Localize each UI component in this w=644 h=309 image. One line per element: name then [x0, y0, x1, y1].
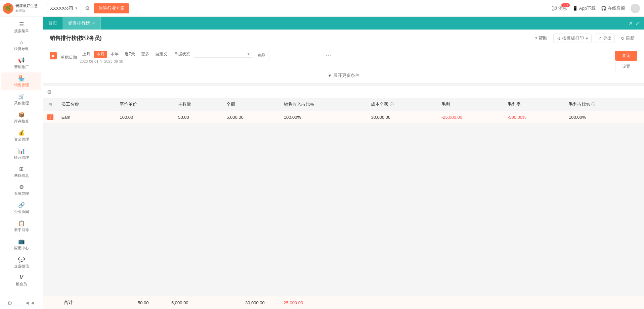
finance-icon: 💰 — [18, 130, 25, 136]
online-support-item[interactable]: 🎧 在线客服 — [601, 5, 625, 11]
settings-footer-icon[interactable]: ⚙ — [7, 300, 12, 306]
table-container: ⚙ ⊞ 员工名称 平均单价 主数量 全额 销售收入占比% 成本全额 ⓘ 毛利 — [43, 86, 644, 123]
sidebar-item-system[interactable]: ⚙ 系统管理 — [1, 181, 41, 199]
newguide-icon: 📋 — [18, 220, 25, 226]
settings-small-button[interactable]: 设置 — [615, 62, 637, 71]
message-badge: 99+ — [561, 3, 570, 7]
goods-more-icon[interactable]: ··· — [326, 52, 332, 58]
table-head: ⊞ 员工名称 平均单价 主数量 全额 销售收入占比% 成本全额 ⓘ 毛利 毛利率… — [43, 98, 644, 111]
sidebar-item-member[interactable]: V 畅会员 — [1, 272, 41, 289]
sidebar-logo: 🌿 畅康通好生意 标准版 — [0, 0, 43, 17]
basics-icon: ⊞ — [19, 166, 24, 172]
tab-close-btn[interactable]: ✕ — [629, 20, 633, 27]
tab-sales-rank[interactable]: 销售排行榜 ✕ — [63, 17, 101, 30]
sidebar-item-marketing[interactable]: 📢 营销推广 — [1, 54, 41, 72]
date-tab-7days[interactable]: 近7天 — [122, 51, 138, 58]
print-label: 按模板打印 — [562, 35, 584, 41]
date-tab-custom[interactable]: 自定义 — [153, 51, 170, 58]
collapse-filter-icon[interactable]: ▶ — [50, 52, 57, 59]
query-button[interactable]: 查询 — [615, 51, 637, 61]
date-filter-label: 单据日期 — [61, 55, 77, 60]
tab-bar-right: ✕ ⤢ — [629, 20, 644, 27]
cell-name: Eam — [57, 111, 116, 123]
sidebar-item-appstore-label: 应用中心 — [14, 246, 29, 251]
avatar[interactable] — [631, 4, 640, 13]
message-item[interactable]: 💬 消息 99+ — [552, 5, 567, 11]
cell-sales-pct: 100.00% — [280, 111, 367, 123]
trial-button[interactable]: 体验行业方案 — [94, 3, 129, 13]
sidebar-item-member-label: 畅会员 — [16, 281, 27, 287]
purchase-icon: 🛒 — [18, 93, 25, 100]
sidebar-item-wechat[interactable]: 💬 企业微信 — [1, 254, 41, 271]
status-select[interactable]: ▼ — [193, 51, 253, 58]
sidebar-item-finance[interactable]: 💰 资金管理 — [1, 127, 41, 145]
col-header-gross: 毛利 — [437, 98, 504, 111]
sidebar-item-purchase[interactable]: 🛒 采购管理 — [1, 91, 41, 108]
col-header-avg-price: 平均单价 — [116, 98, 174, 111]
refresh-icon: ↻ — [621, 36, 625, 41]
cell-gross: -25,000.00 — [437, 111, 504, 123]
sidebar-item-quicknav[interactable]: ⌂ 快捷导航 — [1, 37, 41, 54]
cell-gross-pct: 100.00% — [565, 111, 644, 123]
date-tab-last-month[interactable]: 上月 — [80, 51, 93, 58]
status-filter-item: 单据状态 ▼ — [174, 51, 253, 58]
header-right: 💬 消息 99+ 📱 App下载 🎧 在线客服 — [552, 4, 640, 13]
export-icon: ↗ — [598, 36, 602, 41]
sidebar-item-search-label: 搜索菜单 — [14, 29, 29, 34]
date-tab-more[interactable]: 更多 — [138, 51, 152, 58]
sidebar-item-search[interactable]: ☰ 搜索菜单 — [1, 18, 41, 36]
app-version: 标准版 — [15, 8, 38, 13]
tab-restore-btn[interactable]: ⤢ — [636, 20, 640, 27]
col-header-gross-pct: 毛利占比% ⓘ — [565, 98, 644, 111]
export-button[interactable]: ↗ 导出 — [595, 34, 615, 43]
sidebar-item-basics-label: 基础信息 — [14, 173, 29, 178]
sidebar-footer: ⚙ ◄◄ — [0, 297, 43, 309]
operation-icon: 📊 — [18, 148, 25, 154]
header-settings-icon[interactable]: ⚙ — [85, 5, 90, 11]
help-button[interactable]: ? 帮助 — [532, 34, 550, 43]
home-icon: ⌂ — [20, 39, 23, 45]
sidebar-item-system-label: 系统管理 — [14, 191, 29, 196]
sidebar-item-inventory[interactable]: 📦 库存核算 — [1, 109, 41, 126]
print-chevron-icon: ▼ — [585, 37, 589, 40]
tab-bar: 首页 销售排行榜 ✕ ✕ ⤢ — [43, 17, 644, 30]
sidebar-item-sales[interactable]: 🏪 销售管理 — [1, 72, 41, 90]
date-range: 2023-06-01 至 2023-06-30 — [80, 59, 170, 64]
sidebar-item-enterprise[interactable]: 🔗 企业协同 — [1, 199, 41, 217]
sidebar-item-newguide[interactable]: 📋 新手引导 — [1, 217, 41, 235]
search-menu-icon: ☰ — [19, 21, 24, 28]
collapse-icon[interactable]: ◄◄ — [25, 300, 35, 306]
logo-icon: 🌿 — [3, 3, 13, 14]
sidebar-item-operation[interactable]: 📊 经营管理 — [1, 145, 41, 163]
table-settings-icon[interactable]: ⚙ — [47, 89, 52, 95]
print-button[interactable]: 🖨 按模板打印 ▼ — [553, 34, 592, 43]
app-download-item[interactable]: 📱 App下载 — [572, 5, 596, 11]
col-header-amount: 全额 — [222, 98, 280, 111]
tab-close-icon[interactable]: ✕ — [92, 21, 95, 25]
tab-home[interactable]: 首页 — [43, 17, 63, 30]
cell-avg-price: 100.00 — [116, 111, 174, 123]
page-actions: ? 帮助 🖨 按模板打印 ▼ ↗ 导出 ↻ 刷新 — [532, 34, 637, 43]
date-tab-this-year[interactable]: 本年 — [108, 51, 121, 58]
sidebar-item-appstore[interactable]: 📺 应用中心 — [1, 236, 41, 253]
filter-arrow[interactable]: ▶ — [50, 52, 57, 59]
appstore-icon: 📺 — [18, 238, 25, 245]
sidebar-item-operation-label: 经营管理 — [14, 155, 29, 160]
export-label: 导出 — [603, 35, 612, 41]
col-header-gross-rate: 毛利率 — [504, 98, 565, 111]
system-icon: ⚙ — [19, 184, 24, 190]
goods-input-wrapper[interactable]: ··· — [268, 51, 335, 60]
cell-amount: 5,000.00 — [222, 111, 280, 123]
query-btn-area: 查询 设置 — [615, 51, 637, 71]
refresh-button[interactable]: ↻ 刷新 — [618, 34, 637, 43]
logo-text-group: 畅康通好生意 标准版 — [15, 3, 38, 13]
sidebar-item-enterprise-label: 企业协同 — [14, 209, 29, 214]
sidebar-item-quicknav-label: 快捷导航 — [14, 46, 29, 51]
tab-home-label: 首页 — [48, 20, 57, 26]
expand-btn[interactable]: ▼ 展开更多条件 — [328, 72, 359, 79]
company-selector[interactable]: XXXXX公司 ▼ — [47, 4, 81, 13]
filter-area: ▶ 单据日期 上月 本月 本年 近7天 更多 — [43, 47, 644, 84]
date-tab-this-month[interactable]: 本月 — [94, 51, 107, 58]
sidebar-item-basics[interactable]: ⊞ 基础信息 — [1, 163, 41, 181]
status-select-arrow: ▼ — [247, 52, 250, 56]
